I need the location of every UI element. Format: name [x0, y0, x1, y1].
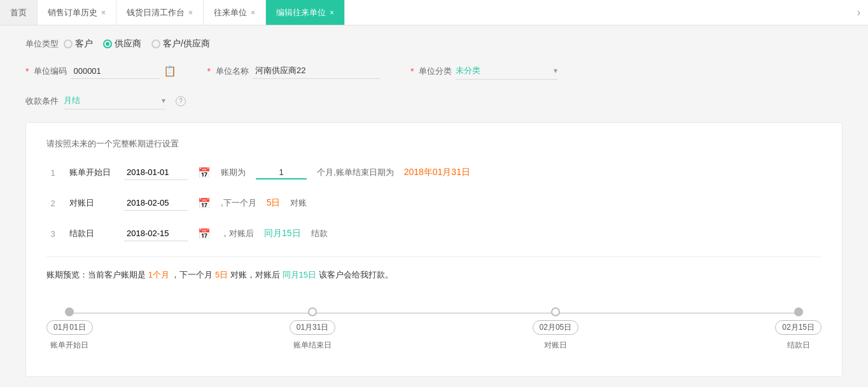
timeline-node-3: 02月15日 结款日 — [775, 307, 822, 351]
start-date-calendar-icon[interactable]: 📅 — [198, 167, 211, 179]
row-3-highlight: 同月15日 — [264, 228, 301, 239]
unit-type-label: 单位类型 — [25, 38, 59, 50]
preview-text: 账期预览：当前客户账期是 1个月 ，下一个月 5日 对账，对账后 同月15日 该… — [46, 267, 822, 282]
required-star-category: * — [410, 66, 414, 76]
row-num-1: 1 — [46, 168, 59, 178]
timeline-sublabel-2: 对账日 — [544, 340, 567, 351]
preview-middle2: 对账，对账后 — [230, 270, 280, 279]
required-star-name: * — [207, 66, 210, 76]
row-num-3: 3 — [46, 229, 59, 239]
row-label-3: 结款日 — [69, 228, 114, 239]
row-2-desc-suffix: 对账 — [290, 197, 307, 209]
unit-type-row: 单位类型 客户 供应商 客户/供应商 — [25, 38, 843, 50]
radio-circle-customer-supplier — [151, 39, 160, 48]
close-tab-cash-work[interactable]: × — [188, 8, 193, 17]
close-tab-contacts[interactable]: × — [251, 8, 255, 17]
preview-part2: 5日 — [215, 270, 228, 279]
timeline-sublabel-0: 账单开始日 — [50, 340, 88, 351]
close-tab-sales-history[interactable]: × — [101, 8, 106, 17]
unit-category-value: 未分类 — [456, 65, 554, 76]
unit-name-group: * 单位名称 — [207, 64, 379, 79]
timeline-badge-0: 01月01日 — [46, 320, 93, 335]
close-tab-edit-contact[interactable]: × — [330, 8, 334, 17]
payment-terms-arrow-icon: ▾ — [162, 96, 165, 105]
timeline-sublabel-3: 结款日 — [787, 340, 810, 351]
radio-supplier[interactable]: 供应商 — [103, 38, 141, 50]
payment-terms-row: 收款条件 月结 ▾ ? — [25, 92, 843, 109]
unit-code-icon[interactable]: 📋 — [164, 65, 176, 77]
unit-details-row: * 单位编码 📋 * 单位名称 * 单位分类 未分类 ▾ — [25, 62, 843, 80]
preview-middle1: ，下一个月 — [171, 270, 213, 279]
card-instruction: 请按照未来的一个完整帐期进行设置 — [46, 138, 822, 150]
timeline-badge-1: 01月31日 — [290, 320, 336, 335]
unit-category-dropdown[interactable]: 未分类 ▾ — [456, 62, 557, 80]
preview-part1: 1个月 — [148, 270, 169, 279]
timeline-node-1: 01月31日 账单结束日 — [290, 307, 336, 351]
settlement-date-calendar-icon[interactable]: 📅 — [198, 228, 211, 240]
tab-more-button[interactable]: › — [850, 7, 868, 18]
radio-circle-supplier — [103, 39, 112, 48]
tab-sales-history[interactable]: 销售订单历史 × — [38, 0, 116, 25]
row-1-desc-prefix: 账期为 — [221, 167, 246, 178]
row-label-1: 账单开始日 — [69, 167, 114, 178]
payment-terms-help-icon[interactable]: ? — [176, 96, 186, 106]
setting-row-3: 3 结款日 📅 ，对账后 同月15日 结款 — [46, 226, 822, 241]
timeline-items: 01月01日 账单开始日 01月31日 账单结束日 02月05日 对账日 02月… — [46, 307, 822, 351]
unit-name-input[interactable] — [253, 64, 380, 79]
tab-cash-work[interactable]: 钱货日清工作台 × — [116, 0, 204, 25]
preview-suffix: 该客户会给我打款。 — [319, 270, 393, 279]
preview-part3: 同月15日 — [283, 270, 316, 279]
unit-code-input[interactable] — [71, 64, 160, 79]
page-content: 单位类型 客户 供应商 客户/供应商 * 单位编码 📋 * 单位名称 — [0, 25, 868, 387]
reconcile-date-calendar-icon[interactable]: 📅 — [198, 197, 211, 209]
unit-category-label: 单位分类 — [419, 66, 452, 77]
tab-contacts[interactable]: 往来单位 × — [204, 0, 266, 25]
radio-customer-supplier[interactable]: 客户/供应商 — [151, 38, 210, 50]
unit-code-group: * 单位编码 📋 — [25, 64, 176, 79]
unit-type-radio-group: 客户 供应商 客户/供应商 — [64, 38, 210, 50]
tab-home[interactable]: 首页 — [0, 0, 38, 25]
row-2-highlight: 5日 — [267, 197, 281, 209]
preview-prefix: 账期预览：当前客户账期是 — [46, 270, 146, 279]
unit-code-label: 单位编码 — [34, 66, 67, 77]
timeline-dot-2 — [551, 307, 560, 316]
payment-terms-value: 月结 — [64, 95, 162, 106]
setting-row-1: 1 账单开始日 📅 账期为 个月,账单结束日期为 2018年01月31日 — [46, 165, 822, 180]
start-date-input[interactable] — [124, 165, 188, 180]
period-input[interactable] — [256, 166, 307, 179]
tab-edit-contact[interactable]: 编辑往来单位 × — [266, 0, 345, 25]
settings-card: 请按照未来的一个完整帐期进行设置 1 账单开始日 📅 账期为 个月,账单结束日期… — [25, 122, 843, 377]
tab-bar: 首页 销售订单历史 × 钱货日清工作台 × 往来单位 × 编辑往来单位 × › — [0, 0, 868, 25]
radio-customer[interactable]: 客户 — [64, 38, 93, 50]
timeline-dot-1 — [308, 307, 317, 316]
timeline-dot-0 — [65, 307, 74, 316]
row-label-2: 对账日 — [69, 197, 114, 209]
timeline-badge-3: 02月15日 — [775, 320, 822, 335]
settlement-date-input[interactable] — [124, 226, 188, 241]
unit-category-group: * 单位分类 未分类 ▾ — [410, 62, 557, 80]
timeline-sublabel-1: 账单结束日 — [293, 340, 332, 351]
setting-row-2: 2 对账日 📅 ,下一个月 5日 对账 — [46, 195, 822, 211]
row-3-desc-prefix: ，对账后 — [221, 228, 254, 239]
row-1-desc-suffix: 个月,账单结束日期为 — [317, 167, 394, 178]
timeline-dot-3 — [794, 307, 803, 316]
unit-category-arrow-icon: ▾ — [554, 66, 557, 75]
row-2-desc-prefix: ,下一个月 — [221, 197, 256, 209]
timeline-node-0: 01月01日 账单开始日 — [46, 307, 93, 351]
row-3-desc-suffix: 结款 — [311, 228, 328, 239]
payment-terms-label: 收款条件 — [25, 95, 59, 107]
row-1-highlight: 2018年01月31日 — [404, 167, 470, 178]
reconcile-date-input[interactable] — [124, 195, 188, 211]
radio-circle-customer — [64, 39, 73, 48]
payment-terms-dropdown[interactable]: 月结 ▾ — [64, 92, 165, 109]
separator — [46, 257, 822, 257]
timeline-badge-2: 02月05日 — [533, 320, 579, 335]
required-star-code: * — [25, 66, 29, 76]
timeline-node-2: 02月05日 对账日 — [533, 307, 579, 351]
unit-name-label: 单位名称 — [216, 66, 249, 77]
timeline: 01月01日 账单开始日 01月31日 账单结束日 02月05日 对账日 02月… — [46, 297, 822, 356]
row-num-2: 2 — [46, 199, 59, 208]
